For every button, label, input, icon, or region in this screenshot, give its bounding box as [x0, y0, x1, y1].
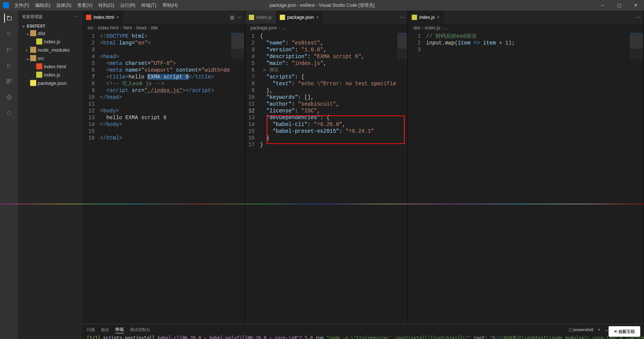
tab-action-icon[interactable]: ⋯ [636, 15, 641, 20]
editor-body[interactable]: 1234567891011121314151617{ "name": "es6t… [245, 32, 408, 324]
tab-action-icon[interactable]: ▥ [230, 15, 234, 20]
menu-item[interactable]: 转到(G) [96, 2, 116, 9]
panel-tab[interactable]: 终端 [115, 326, 124, 333]
project-root[interactable]: ⌄ ES6TEST [18, 23, 82, 29]
menu-item[interactable]: 选择(S) [54, 2, 74, 9]
tab-label: index.html [94, 15, 114, 20]
remote-icon[interactable] [5, 93, 14, 102]
panel-tab[interactable]: 问题 [87, 326, 95, 333]
code-content[interactable]: // 转码后的es6语法input.map(item => item + 1); [426, 32, 629, 324]
panel-tab[interactable]: 输出 [101, 326, 109, 333]
sidebar-header: 资源管理器 ⋯ [18, 11, 82, 23]
code-content[interactable]: { "name": "es6test", "version": "1.0.0",… [260, 32, 396, 324]
tab-close-icon[interactable]: × [437, 15, 440, 20]
tree-folder[interactable]: ⌄dist [18, 29, 82, 37]
code-content[interactable]: <!DOCTYPE html><html lang="en"> <head> <… [100, 32, 230, 324]
tree-file[interactable]: index.js [18, 71, 82, 79]
breadcrumb-separator-icon: › [133, 25, 135, 31]
editor-tab[interactable]: package.json× [276, 11, 323, 24]
panel-tab[interactable]: 调试控制台 [130, 326, 150, 333]
line-gutter: 123 [408, 32, 426, 324]
tab-close-icon[interactable]: × [316, 15, 319, 20]
menu-item[interactable]: 终端(T) [139, 2, 158, 9]
html-icon [86, 15, 91, 20]
line-gutter: 1234567891011121314151617 [245, 32, 260, 324]
breadcrumb-separator-icon: › [279, 25, 280, 31]
html-icon [36, 63, 42, 69]
watermark-logo: ✕ 创新互联 [609, 326, 640, 337]
breadcrumb-item[interactable]: ... [445, 25, 448, 31]
bottom-panel: 问题输出终端调试控制台 ▢ powershell + ⌄ ▥ 🗑 ^ ✕ [1/… [82, 324, 644, 339]
tree-folder[interactable]: ›node_modules [18, 46, 82, 54]
editor-tab[interactable]: index.html× [82, 11, 123, 24]
editor-tabs: index.html×▥⋯ [82, 11, 245, 24]
editor-tab[interactable]: index.js [245, 11, 276, 24]
breadcrumb-item[interactable]: dist [413, 25, 420, 31]
editor-group: index.js×⋯dist›index.js›...123// 转码后的es6… [408, 11, 644, 324]
terminal-content[interactable]: [1/1] scripts.postinstall babel-cli@6.26… [82, 335, 644, 339]
tree-folder[interactable]: ⌄src [18, 54, 82, 62]
menu-item[interactable]: 编辑(E) [33, 2, 52, 9]
breadcrumb[interactable]: dist›index.js›... [408, 24, 644, 32]
tree-file[interactable]: index.html [18, 62, 82, 71]
breadcrumb[interactable]: package.json›... [245, 24, 408, 32]
menu-item[interactable]: 文件(F) [12, 2, 31, 9]
maximize-button[interactable]: ▢ [611, 0, 627, 11]
search-icon[interactable] [5, 29, 14, 38]
tab-action-icon[interactable]: ⋯ [400, 15, 405, 20]
tab-action-icon[interactable]: ⋯ [237, 15, 242, 20]
terminal-shell-selector[interactable]: ▢ powershell [569, 327, 593, 332]
debug-hint[interactable]: ▷ 调试 [260, 67, 396, 74]
sidebar-title: 资源管理器 [22, 14, 43, 20]
breadcrumb-separator-icon: › [442, 25, 443, 31]
breadcrumb-separator-icon: › [148, 25, 149, 31]
editor-tab[interactable]: index.js× [408, 11, 444, 24]
breadcrumb-item[interactable]: src [87, 25, 94, 31]
breadcrumb-item[interactable]: index.js [425, 25, 440, 31]
breadcrumb[interactable]: src›index.html›html›head›title [82, 24, 245, 32]
js-icon [36, 38, 42, 44]
minimap[interactable] [230, 32, 245, 324]
decorative-separator [0, 204, 644, 204]
menu-item[interactable]: 帮助(H) [160, 2, 180, 9]
extensions-icon[interactable] [5, 77, 14, 86]
menu-item[interactable]: 运行(R) [118, 2, 138, 9]
tree-file[interactable]: package.json [18, 79, 82, 87]
editor-body[interactable]: 123// 转码后的es6语法input.map(item => item + … [408, 32, 644, 324]
minimap[interactable] [396, 32, 408, 324]
tab-actions: ▥⋯ [227, 15, 245, 20]
line-gutter: 12345678910111213141516 [82, 32, 100, 324]
svg-point-3 [10, 49, 11, 51]
source-control-icon[interactable] [5, 45, 14, 54]
file-tree: ⌄distindex.js›node_modules⌄srcindex.html… [18, 29, 82, 87]
menu-item[interactable]: 查看(V) [75, 2, 95, 9]
editor-area: index.html×▥⋯src›index.html›html›head›ti… [82, 11, 644, 339]
tab-label: index.js [419, 15, 435, 20]
explorer-icon[interactable] [4, 14, 13, 23]
tree-file[interactable]: index.js [18, 37, 82, 46]
tab-close-icon[interactable]: × [117, 15, 119, 20]
run-debug-icon[interactable] [5, 61, 14, 70]
terminal-dropdown-icon[interactable]: ⌄ [605, 327, 608, 332]
breadcrumb-item[interactable]: package.json [250, 25, 277, 31]
breadcrumb-item[interactable]: title [151, 25, 158, 31]
tab-label: package.json [287, 15, 314, 20]
minimize-button[interactable]: ─ [594, 0, 611, 11]
breadcrumb-separator-icon: › [120, 25, 122, 31]
js-icon [36, 72, 42, 78]
tab-actions: ⋯ [633, 15, 644, 20]
svg-rect-6 [7, 82, 9, 84]
breadcrumb-item[interactable]: head [136, 25, 146, 31]
share-icon[interactable] [5, 109, 14, 118]
sidebar-more-icon[interactable]: ⋯ [74, 14, 78, 19]
editor-body[interactable]: 12345678910111213141516<!DOCTYPE html><h… [82, 32, 245, 324]
tree-label: src [38, 55, 44, 61]
chevron-icon: ⌄ [26, 55, 30, 61]
minimap[interactable] [629, 32, 644, 324]
breadcrumb-item[interactable]: index.html [98, 25, 119, 31]
js-icon [249, 15, 254, 20]
new-terminal-icon[interactable]: + [598, 327, 600, 332]
breadcrumb-item[interactable]: html [123, 25, 132, 31]
close-button[interactable]: ✕ [627, 0, 644, 11]
breadcrumb-item[interactable]: ... [282, 25, 285, 31]
